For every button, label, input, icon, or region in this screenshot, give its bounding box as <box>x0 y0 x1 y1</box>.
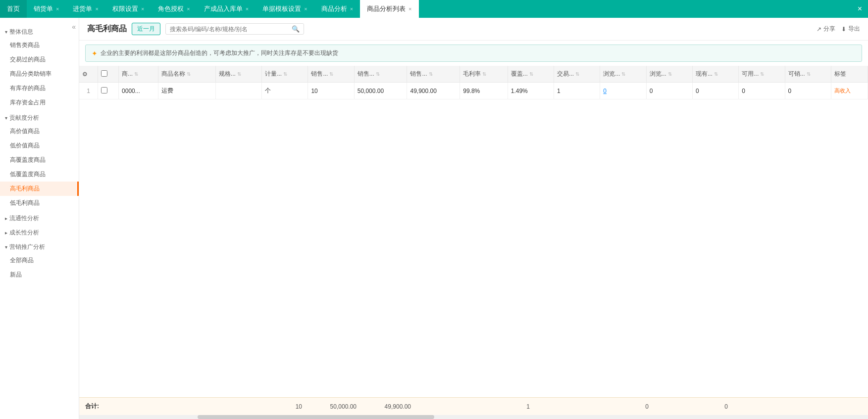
nav-close-进货单[interactable]: × <box>95 6 98 12</box>
sidebar-item-低覆盖度商品[interactable]: 低覆盖度商品 <box>0 167 79 182</box>
search-icon[interactable]: 🔍 <box>292 25 300 33</box>
sidebar-item-高价值商品[interactable]: 高价值商品 <box>0 124 79 139</box>
sort-icon-sales_cost[interactable]: ⇅ <box>429 71 433 77</box>
nav-close-商品分析列表[interactable]: × <box>408 6 411 12</box>
cell-coverage: 1.49% <box>508 83 554 99</box>
sort-icon-unit[interactable]: ⇅ <box>283 71 287 77</box>
sidebar-item-高覆盖度商品[interactable]: 高覆盖度商品 <box>0 153 79 167</box>
nav-item-角色授权[interactable]: 角色授权× <box>151 0 197 18</box>
footer-transaction: 1 <box>495 403 535 410</box>
sidebar-group-title-流通性分析[interactable]: ▸流通性分析 <box>0 210 79 225</box>
sort-icon-name[interactable]: ⇅ <box>187 71 191 77</box>
nav-item-销货单[interactable]: 销货单× <box>27 0 66 18</box>
sidebar-group-title-营销推广分析[interactable]: ▾营销推广分析 <box>0 239 79 253</box>
chevron-icon: ▸ <box>5 230 7 235</box>
nav-item-产成品入库单[interactable]: 产成品入库单× <box>197 0 255 18</box>
search-input[interactable] <box>170 26 292 33</box>
col-header-stock_current[interactable]: 现有...⇅ <box>692 66 738 83</box>
filter-recent-month-btn[interactable]: 近一月 <box>132 23 160 35</box>
col-header-view1[interactable]: 浏览...⇅ <box>600 66 646 83</box>
sort-icon-coverage[interactable]: ⇅ <box>529 71 533 77</box>
header-actions: ↗ 分享 ⬇ 导出 <box>817 25 860 33</box>
sort-icon-view1[interactable]: ⇅ <box>621 71 625 77</box>
col-header-code[interactable]: 商...⇅ <box>119 66 158 83</box>
sort-icon-sales_qty[interactable]: ⇅ <box>329 71 333 77</box>
sidebar-item-交易过的商品[interactable]: 交易过的商品 <box>0 52 79 67</box>
nav-item-进货单[interactable]: 进货单× <box>66 0 105 18</box>
sidebar-item-全部商品[interactable]: 全部商品 <box>0 253 79 268</box>
nav-close-权限设置[interactable]: × <box>141 6 144 12</box>
cell-checkbox[interactable] <box>98 83 119 99</box>
sidebar-item-高毛利商品[interactable]: 高毛利商品 <box>0 182 79 196</box>
sidebar-group-title-成长性分析[interactable]: ▸成长性分析 <box>0 225 79 239</box>
col-header-coverage[interactable]: 覆盖...⇅ <box>508 66 554 83</box>
cell-transaction: 1 <box>554 83 600 99</box>
nav-item-权限设置[interactable]: 权限设置× <box>105 0 151 18</box>
sort-icon-stock_current[interactable]: ⇅ <box>714 71 718 77</box>
col-header-unit[interactable]: 计量...⇅ <box>262 66 308 83</box>
sort-icon-code[interactable]: ⇅ <box>134 71 138 77</box>
scrollbar[interactable] <box>79 415 868 419</box>
col-header-gross_margin[interactable]: 毛利率⇅ <box>460 66 508 83</box>
col-header-checkbox <box>98 66 119 83</box>
cell-stock_current: 0 <box>692 83 738 99</box>
sidebar-group-title-整体信息[interactable]: ▾整体信息 <box>0 24 79 38</box>
sidebar-collapse-btn[interactable]: « <box>72 23 76 31</box>
share-icon: ↗ <box>817 26 821 33</box>
cell-sales_qty: 10 <box>308 83 354 99</box>
sidebar-item-商品分类助销率[interactable]: 商品分类助销率 <box>0 67 79 81</box>
nav-item-首页[interactable]: 首页 <box>0 0 27 18</box>
nav-close-产成品入库单[interactable]: × <box>246 6 249 12</box>
nav-item-商品分析[interactable]: 商品分析× <box>314 0 360 18</box>
share-btn[interactable]: ↗ 分享 <box>817 25 835 33</box>
top-nav: 首页销货单×进货单×权限设置×角色授权×产成品入库单×单据模板设置×商品分析×商… <box>0 0 868 18</box>
select-all-checkbox[interactable] <box>101 70 107 77</box>
sidebar-item-新品[interactable]: 新品 <box>0 268 79 282</box>
sort-icon-transaction[interactable]: ⇅ <box>575 71 579 77</box>
col-header-name[interactable]: 商品名称⇅ <box>158 66 216 83</box>
sidebar-item-库存资金占用[interactable]: 库存资金占用 <box>0 95 79 110</box>
col-header-spec[interactable]: 规格...⇅ <box>215 66 261 83</box>
nav-item-商品分析列表[interactable]: 商品分析列表× <box>360 0 418 18</box>
sort-icon-stock_saleable[interactable]: ⇅ <box>807 71 811 77</box>
data-table: ⚙商...⇅商品名称⇅规格...⇅计量...⇅销售...⇅销售...⇅销售...… <box>79 66 868 99</box>
sidebar-item-有库存的商品[interactable]: 有库存的商品 <box>0 81 79 95</box>
sort-icon-sales_amount[interactable]: ⇅ <box>376 71 380 77</box>
info-banner: ✦ 企业的主要的利润都是这部分商品创造的，可考虑加大推广，同时关注库存是不要出现… <box>85 45 862 62</box>
sort-icon-stock_available[interactable]: ⇅ <box>760 71 764 77</box>
page-title: 高毛利商品 <box>87 24 127 34</box>
footer-sales-cost: 49,900.00 <box>361 403 416 410</box>
row-checkbox[interactable] <box>101 87 107 93</box>
chevron-icon: ▾ <box>5 29 7 35</box>
sidebar-group-成长性分析: ▸成长性分析 <box>0 225 79 239</box>
sidebar-group-title-贡献度分析[interactable]: ▾贡献度分析 <box>0 110 79 124</box>
chevron-icon: ▸ <box>5 216 7 221</box>
nav-close-销货单[interactable]: × <box>56 6 59 12</box>
col-header-stock_saleable[interactable]: 可销...⇅ <box>785 66 831 83</box>
nav-close-单据模板设置[interactable]: × <box>304 6 307 12</box>
sidebar-item-低价值商品[interactable]: 低价值商品 <box>0 139 79 153</box>
col-header-view2[interactable]: 浏览...⇅ <box>646 66 692 83</box>
col-header-sales_amount[interactable]: 销售...⇅ <box>354 66 407 83</box>
col-header-sales_qty[interactable]: 销售...⇅ <box>308 66 354 83</box>
sort-icon-view2[interactable]: ⇅ <box>668 71 672 77</box>
sort-icon-gross_margin[interactable]: ⇅ <box>482 71 486 77</box>
export-btn[interactable]: ⬇ 导出 <box>841 25 860 33</box>
col-header-sales_cost[interactable]: 销售...⇅ <box>407 66 460 83</box>
sidebar: « ▾整体信息销售类商品交易过的商品商品分类助销率有库存的商品库存资金占用▾贡献… <box>0 18 79 419</box>
chevron-icon: ▾ <box>5 244 7 250</box>
info-icon: ✦ <box>92 49 98 57</box>
content-area: 高毛利商品 近一月 🔍 ↗ 分享 ⬇ 导出 ✦ 企业的主要的利润都是这部分商品创… <box>79 18 868 419</box>
col-header-transaction[interactable]: 交易...⇅ <box>554 66 600 83</box>
settings-icon[interactable]: ⚙ <box>82 71 88 78</box>
nav-close-角色授权[interactable]: × <box>187 6 190 12</box>
nav-close-商品分析[interactable]: × <box>350 6 353 12</box>
cell-view1[interactable]: 0 <box>600 83 646 99</box>
cell-sales_amount: 50,000.00 <box>354 83 407 99</box>
col-header-stock_available[interactable]: 可用...⇅ <box>739 66 785 83</box>
sort-icon-spec[interactable]: ⇅ <box>237 71 241 77</box>
sidebar-item-销售类商品[interactable]: 销售类商品 <box>0 38 79 52</box>
global-close-btn[interactable]: × <box>858 4 862 13</box>
sidebar-item-低毛利商品[interactable]: 低毛利商品 <box>0 196 79 210</box>
nav-item-单据模板设置[interactable]: 单据模板设置× <box>255 0 314 18</box>
